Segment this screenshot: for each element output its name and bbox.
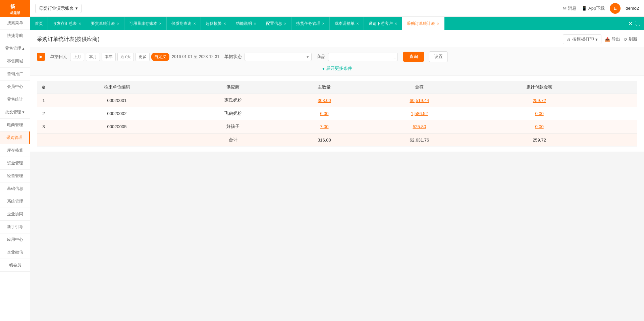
table-container: ⚙ 往来单位编码 供应商 主数量 bbox=[30, 76, 644, 152]
settings-button[interactable]: 设置 bbox=[429, 51, 448, 62]
tab-close-icon[interactable]: ✕ bbox=[284, 22, 286, 25]
cell-main-qty[interactable]: 6.00 bbox=[283, 107, 366, 120]
tab-feature-desc[interactable]: 功能说明 ✕ bbox=[231, 17, 261, 30]
close-tab-icon[interactable]: ✕ bbox=[628, 20, 633, 27]
page-header: 采购订单统计表(按供应商) 🖨 按模板打印 ▾ 📤 导出 ↺ 刷新 bbox=[30, 30, 644, 47]
workspace-dropdown-icon: ▾ bbox=[75, 6, 78, 11]
cell-main-qty[interactable]: 7.00 bbox=[283, 120, 366, 133]
workspace-label: 母婴行业演示账套 bbox=[39, 5, 74, 11]
sidebar: 畅 标题版 搜索菜单 快捷导航 零售管理 ▲ 零售商城 营销推广 会员中心 零售… bbox=[0, 0, 30, 321]
sidebar-item-wholesale-mgmt[interactable]: 批发管理 ▼ bbox=[0, 106, 30, 119]
sidebar-item-new-guide[interactable]: 新手引导 bbox=[0, 221, 30, 233]
print-button[interactable]: 🖨 按模板打印 ▾ bbox=[563, 34, 601, 44]
filter-toggle-btn[interactable]: ▶ bbox=[37, 53, 45, 61]
tab-overstock-warning[interactable]: 超储预警 ✕ bbox=[201, 17, 231, 30]
sidebar-item-ops-mgmt[interactable]: 经营管理 bbox=[0, 170, 30, 182]
tab-expiry-query-label: 保质期查询 bbox=[171, 21, 192, 26]
tab-close-icon[interactable]: ✕ bbox=[394, 22, 397, 25]
tab-invite-downstream[interactable]: 邀请下游客户 ✕ bbox=[364, 17, 402, 30]
sidebar-item-ecommerce-mgmt[interactable]: 电商管理 bbox=[0, 119, 30, 131]
tab-close-icon[interactable]: ✕ bbox=[356, 22, 359, 25]
tab-close-icon[interactable]: ✕ bbox=[117, 22, 119, 25]
sidebar-item-retail-stats[interactable]: 零售统计 bbox=[0, 93, 30, 106]
tab-close-icon[interactable]: ✕ bbox=[254, 22, 256, 25]
sidebar-item-member[interactable]: 畅会员 bbox=[0, 259, 30, 272]
tab-purchase-stats[interactable]: 采购订单统计表 ✕ bbox=[402, 17, 444, 30]
date-btn-custom[interactable]: 自定义 bbox=[151, 53, 169, 61]
page-actions: 🖨 按模板打印 ▾ 📤 导出 ↺ 刷新 bbox=[563, 34, 637, 44]
footer-label: 合计 bbox=[183, 133, 283, 147]
th-unit-code: 往来单位编码 bbox=[50, 81, 183, 94]
sidebar-item-purchase-mgmt[interactable]: 采购管理 bbox=[0, 131, 30, 144]
sidebar-item-label: 快捷导航 bbox=[7, 33, 23, 38]
tab-close-icon[interactable]: ✕ bbox=[159, 22, 162, 25]
cell-paid-amount[interactable]: 0.00 bbox=[473, 107, 606, 120]
nav-tabs: 首页 收发存汇总表 ✕ 要货单统计表 ✕ 可用量库存账本 ✕ 保质期查询 ✕ 超… bbox=[30, 17, 644, 30]
tab-purchase-stats-label: 采购订单统计表 bbox=[407, 21, 435, 26]
sidebar-item-member-center[interactable]: 会员中心 bbox=[0, 81, 30, 93]
sidebar-item-label: 企业微信 bbox=[7, 250, 23, 255]
tab-config-info[interactable]: 配置信息 ✕ bbox=[261, 17, 291, 30]
cell-paid-amount[interactable]: 259.72 bbox=[473, 94, 606, 107]
tab-close-icon[interactable]: ✕ bbox=[223, 22, 226, 25]
sidebar-item-inventory-check[interactable]: 库存核算 bbox=[0, 144, 30, 157]
goods-input[interactable] bbox=[328, 53, 398, 61]
date-range-display: 2016-01-01 至 2023-12-31 bbox=[172, 54, 219, 60]
cell-paid-amount[interactable]: 0.00 bbox=[473, 120, 606, 133]
footer-amount: 62,631.76 bbox=[366, 133, 473, 147]
query-button[interactable]: 查询 bbox=[403, 52, 424, 62]
cell-amount[interactable]: 1,586.52 bbox=[366, 107, 473, 120]
sidebar-item-retail-store[interactable]: 零售商城 bbox=[0, 55, 30, 68]
app-download-button[interactable]: 📱 App下载 bbox=[582, 5, 605, 11]
cell-amount[interactable]: 525.80 bbox=[366, 120, 473, 133]
sidebar-item-label: 库存核算 bbox=[7, 148, 23, 153]
date-btn-this-year[interactable]: 本年 bbox=[102, 53, 116, 61]
date-btn-7days[interactable]: 近7天 bbox=[117, 53, 134, 61]
table-row: 2 00020002 飞鹤奶粉 6.00 1,586.52 0.00 bbox=[37, 107, 637, 120]
export-button[interactable]: 📤 导出 bbox=[605, 36, 620, 42]
cell-amount[interactable]: 60,519.44 bbox=[366, 94, 473, 107]
goods-input-more-icon[interactable]: … bbox=[392, 54, 396, 59]
sidebar-item-basic-info[interactable]: 基础信息 bbox=[0, 182, 30, 195]
sidebar-item-finance-mgmt[interactable]: 资金管理 bbox=[0, 157, 30, 170]
tab-receive-summary[interactable]: 收发存汇总表 ✕ bbox=[48, 17, 86, 30]
tab-close-icon[interactable]: ✕ bbox=[322, 22, 325, 25]
refresh-button[interactable]: ↺ 刷新 bbox=[624, 36, 637, 42]
date-btn-this-month[interactable]: 本月 bbox=[86, 53, 100, 61]
filter-second-row: ▾ 展开更多条件 bbox=[37, 65, 637, 71]
expand-filter-button[interactable]: ▾ 展开更多条件 bbox=[322, 65, 352, 71]
workspace-selector[interactable]: 母婴行业演示账套 ▾ bbox=[35, 4, 82, 13]
tab-overstock-warning-label: 超储预警 bbox=[206, 21, 222, 26]
tab-home[interactable]: 首页 bbox=[30, 17, 48, 30]
date-btn-more[interactable]: 更多 bbox=[136, 53, 150, 61]
tab-cost-adjust[interactable]: 成本调整单 ✕ bbox=[330, 17, 364, 30]
message-button[interactable]: ✉ 消息 bbox=[563, 5, 577, 11]
sidebar-item-enterprise-wechat[interactable]: 企业微信 bbox=[0, 246, 30, 259]
tab-close-icon[interactable]: ✕ bbox=[78, 22, 81, 25]
gear-icon[interactable]: ⚙ bbox=[42, 85, 46, 90]
tab-available-stock[interactable]: 可用量库存账本 ✕ bbox=[124, 17, 167, 30]
footer-paid-amount: 259.72 bbox=[473, 133, 606, 147]
status-select[interactable] bbox=[245, 53, 312, 61]
tab-feature-desc-label: 功能说明 bbox=[236, 21, 252, 26]
maximize-icon[interactable]: ⛶ bbox=[635, 20, 641, 26]
tab-order-summary[interactable]: 要货单统计表 ✕ bbox=[86, 17, 124, 30]
sidebar-item-search[interactable]: 搜索菜单 bbox=[0, 17, 30, 30]
app-download-label: App下载 bbox=[588, 5, 605, 11]
sidebar-item-marketing[interactable]: 营销推广 bbox=[0, 68, 30, 81]
tab-pick-task[interactable]: 拣货任务管理 ✕ bbox=[291, 17, 330, 30]
svg-text:畅: 畅 bbox=[10, 4, 15, 9]
sidebar-item-app-center[interactable]: 应用中心 bbox=[0, 233, 30, 246]
date-filter-label: 单据日期 bbox=[50, 54, 67, 60]
tab-close-icon[interactable]: ✕ bbox=[437, 22, 439, 25]
tab-close-icon[interactable]: ✕ bbox=[193, 22, 196, 25]
sidebar-item-sys-mgmt[interactable]: 系统管理 bbox=[0, 195, 30, 208]
sidebar-item-label: 零售管理 bbox=[5, 46, 21, 51]
date-btn-last-month[interactable]: 上月 bbox=[70, 53, 84, 61]
cell-main-qty[interactable]: 303.00 bbox=[283, 94, 366, 107]
sidebar-item-retail-mgmt[interactable]: 零售管理 ▲ bbox=[0, 42, 30, 55]
tab-expiry-query[interactable]: 保质期查询 ✕ bbox=[167, 17, 201, 30]
cell-no: 2 bbox=[37, 107, 50, 120]
sidebar-item-quick-nav[interactable]: 快捷导航 bbox=[0, 30, 30, 42]
sidebar-item-enterprise-coop[interactable]: 企业协同 bbox=[0, 208, 30, 221]
